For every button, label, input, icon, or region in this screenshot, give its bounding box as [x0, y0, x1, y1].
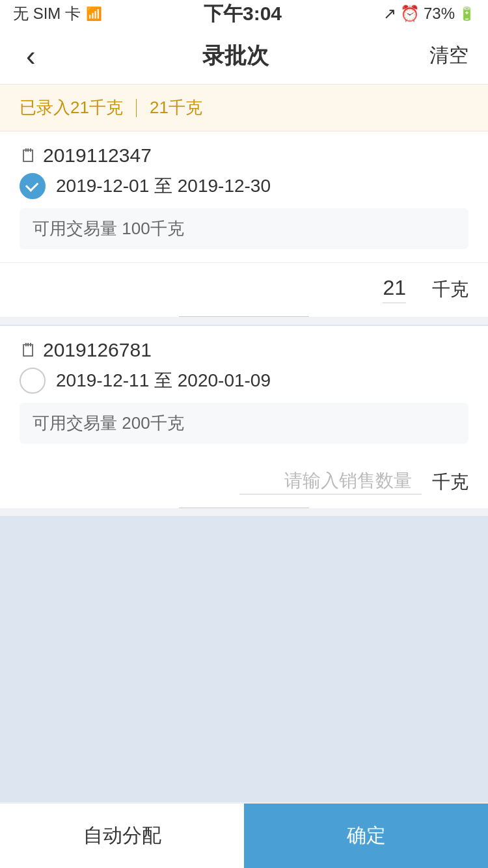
- summary-divider: [136, 99, 137, 117]
- batch-2-input-row: 千克: [0, 457, 488, 508]
- batch-1-quantity-row: 21 千克: [0, 262, 488, 316]
- separator-2: [179, 508, 309, 508]
- battery-icon: 🔋: [459, 6, 475, 21]
- batch-1-icon: 🗒: [20, 145, 38, 167]
- batch-2-header: 🗒 2019126781: [20, 339, 468, 361]
- status-bar: 无 SIM 卡 📶 下午3:04 ↗ ⏰ 73% 🔋: [0, 0, 488, 27]
- batch-1-date-row[interactable]: 2019-12-01 至 2019-12-30: [20, 173, 468, 199]
- total-label: 21千克: [150, 96, 202, 119]
- clear-button[interactable]: 清空: [429, 42, 468, 69]
- nav-title: 录批次: [202, 41, 269, 71]
- empty-area: [0, 516, 488, 802]
- batch-2-unit: 千克: [432, 470, 468, 495]
- batch-2-icon: 🗒: [20, 340, 38, 361]
- batch-1-quantity-value: 21: [383, 276, 406, 303]
- confirm-label: 确定: [347, 822, 386, 849]
- back-button[interactable]: ‹: [20, 33, 42, 79]
- location-icon: ↗: [383, 5, 396, 23]
- batch-2-date: 2019-12-11 至 2020-01-09: [56, 368, 271, 393]
- batch-2-radio[interactable]: [20, 368, 46, 394]
- batch-1-header: 🗒 2019112347: [20, 144, 468, 167]
- batch-2-avail: 可用交易量 200千克: [20, 403, 468, 444]
- nav-bar: ‹ 录批次 清空: [0, 27, 488, 85]
- batch-1-avail: 可用交易量 100千克: [20, 208, 468, 249]
- batch-2-id: 2019126781: [43, 339, 152, 361]
- no-sim-text: 无 SIM 卡: [13, 3, 81, 24]
- alarm-icon: ⏰: [400, 5, 420, 23]
- battery-text: 73%: [424, 5, 455, 23]
- status-left: 无 SIM 卡 📶: [13, 3, 102, 24]
- quantity-input[interactable]: [239, 470, 422, 495]
- auto-distribute-label: 自动分配: [83, 822, 161, 849]
- batch-1-id: 2019112347: [43, 144, 152, 167]
- batch-card-2: 🗒 2019126781 2019-12-11 至 2020-01-09 可用交…: [0, 326, 488, 508]
- batch-1-quantity-unit: 千克: [432, 277, 468, 302]
- batch-2-date-row[interactable]: 2019-12-11 至 2020-01-09: [20, 368, 468, 394]
- entered-label: 已录入21千克: [20, 96, 123, 119]
- status-right: ↗ ⏰ 73% 🔋: [383, 5, 475, 23]
- auto-distribute-button[interactable]: 自动分配: [0, 804, 244, 868]
- bottom-bar: 自动分配 确定: [0, 803, 488, 868]
- separator-1: [179, 316, 309, 317]
- confirm-button[interactable]: 确定: [244, 804, 488, 868]
- batch-1-radio[interactable]: [20, 173, 46, 199]
- wifi-icon: 📶: [86, 6, 102, 21]
- batch-1-date: 2019-12-01 至 2019-12-30: [56, 174, 271, 198]
- batch-card-1: 🗒 2019112347 2019-12-01 至 2019-12-30 可用交…: [0, 131, 488, 317]
- status-time: 下午3:04: [204, 1, 282, 27]
- summary-banner: 已录入21千克 21千克: [0, 85, 488, 131]
